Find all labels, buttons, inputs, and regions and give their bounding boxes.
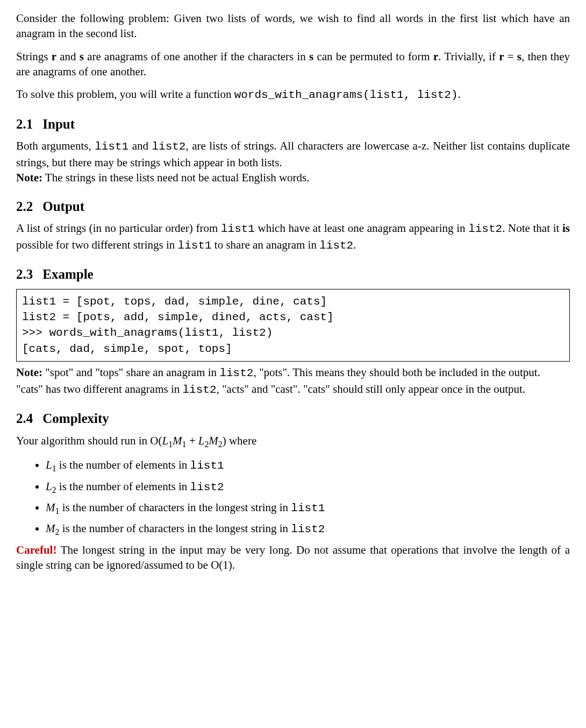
example-note-2: "cats" has two different anagrams in lis…: [16, 381, 570, 398]
string-s: s: [517, 50, 521, 63]
section-heading-output: 2.2Output: [16, 197, 570, 216]
text: can be permuted to form: [313, 50, 433, 63]
example-note-1: Note: "spot" and "tops" share an anagram…: [16, 365, 570, 381]
function-signature: words_with_anagrams(list1, list2): [234, 89, 458, 101]
code-inline: list1: [178, 239, 212, 252]
complexity-bullets: L1 is the number of elements in list1 L2…: [16, 457, 570, 538]
code-inline: list2: [291, 523, 325, 535]
list-item: M1 is the number of characters in the lo…: [46, 500, 570, 517]
text: are anagrams of one another if the chara…: [84, 50, 309, 63]
text: Your algorithm should run in O(: [16, 434, 162, 447]
list-item: L1 is the number of elements in list1: [46, 457, 570, 474]
section-heading-complexity: 2.4Complexity: [16, 409, 570, 428]
text: and: [128, 139, 152, 152]
list-item: M2 is the number of characters in the lo…: [46, 521, 570, 538]
input-note: Note: The strings in these lists need no…: [16, 170, 570, 185]
code-inline: list2: [183, 384, 217, 396]
section-heading-example: 2.3Example: [16, 265, 570, 284]
text: is the number of characters in the longe…: [59, 522, 291, 535]
code-inline: list1: [291, 502, 325, 514]
section-title: Example: [42, 267, 93, 281]
code-inline: list2: [219, 367, 253, 379]
complexity-para: Your algorithm should run in O(L1M1 + L2…: [16, 433, 570, 450]
text: possible for two different strings in: [16, 238, 178, 251]
intro-para-1: Consider the following problem: Given tw…: [16, 11, 570, 41]
section-number: 2.1: [16, 117, 33, 131]
math-sub: 1: [168, 440, 173, 449]
text: is the number of elements in: [56, 480, 190, 493]
code-inline: list2: [319, 239, 353, 252]
math-var: M: [173, 434, 182, 447]
text: "cats" has two different anagrams in: [16, 383, 183, 395]
text: .: [458, 88, 461, 101]
intro-para-2: Strings r and s are anagrams of one anot…: [16, 49, 570, 80]
text: to share an anagram in: [212, 238, 320, 251]
math-var: M: [46, 522, 55, 535]
math-sub: 2: [52, 485, 56, 494]
string-r: r: [433, 50, 438, 63]
text: Both arguments,: [16, 139, 95, 152]
code-inline: list2: [468, 223, 502, 235]
note-label: Note:: [16, 366, 42, 379]
careful-note: Careful! The longest string in the input…: [16, 542, 570, 573]
code-inline: list1: [190, 460, 224, 472]
math-var: L: [46, 480, 52, 493]
intro-para-3: To solve this problem, you will write a …: [16, 87, 570, 103]
math-var: L: [162, 434, 168, 447]
text: , "pots". This means they should both be…: [253, 366, 540, 379]
math-sub: 1: [52, 464, 56, 473]
code-inline: list2: [190, 481, 224, 493]
code-inline: list1: [95, 140, 128, 153]
section-number: 2.3: [16, 267, 33, 281]
section-title: Output: [42, 199, 84, 214]
code-inline: list1: [221, 223, 255, 235]
text: , "acts" and "cast". "cats" should still…: [217, 383, 526, 395]
section-title: Complexity: [42, 411, 109, 426]
text: =: [504, 50, 517, 63]
text: and: [56, 50, 80, 63]
note-label: Note:: [16, 171, 42, 184]
emphasis-is: is: [562, 222, 570, 235]
careful-label: Careful!: [16, 543, 56, 556]
math-sub: 2: [218, 440, 223, 449]
example-code-block: list1 = [spot, tops, dad, simple, dine, …: [16, 289, 570, 362]
output-para: A list of strings (in no particular orde…: [16, 221, 570, 253]
text: The longest string in the input may be v…: [16, 543, 570, 571]
text: is the number of elements in: [56, 458, 190, 471]
text: . Trivially, if: [438, 50, 499, 63]
text: which have at least one anagram appearin…: [255, 222, 468, 235]
string-r: r: [52, 50, 56, 63]
section-heading-input: 2.1Input: [16, 115, 570, 133]
string-s: s: [309, 50, 313, 63]
section-number: 2.2: [16, 199, 33, 214]
text: is the number of characters in the longe…: [59, 501, 291, 514]
section-number: 2.4: [16, 411, 33, 426]
text: .: [353, 238, 356, 251]
math-var: L: [198, 434, 205, 447]
text: Strings: [16, 50, 52, 63]
string-s: s: [80, 50, 84, 63]
input-para: Both arguments, list1 and list2, are lis…: [16, 138, 570, 170]
code-inline: list2: [152, 140, 185, 153]
text: . Note that it: [502, 222, 562, 235]
string-r: r: [499, 50, 504, 63]
text: To solve this problem, you will write a …: [16, 88, 234, 101]
math-var: M: [209, 434, 218, 447]
list-item: L2 is the number of elements in list2: [46, 479, 570, 496]
math-var: M: [46, 501, 55, 514]
text: "spot" and "tops" share an anagram in: [42, 366, 219, 379]
section-title: Input: [42, 117, 75, 131]
text: ) where: [223, 434, 257, 447]
math-var: L: [46, 458, 52, 471]
text: A list of strings (in no particular orde…: [16, 222, 221, 235]
text: +: [186, 434, 198, 447]
text: The strings in these lists need not be a…: [42, 171, 310, 184]
